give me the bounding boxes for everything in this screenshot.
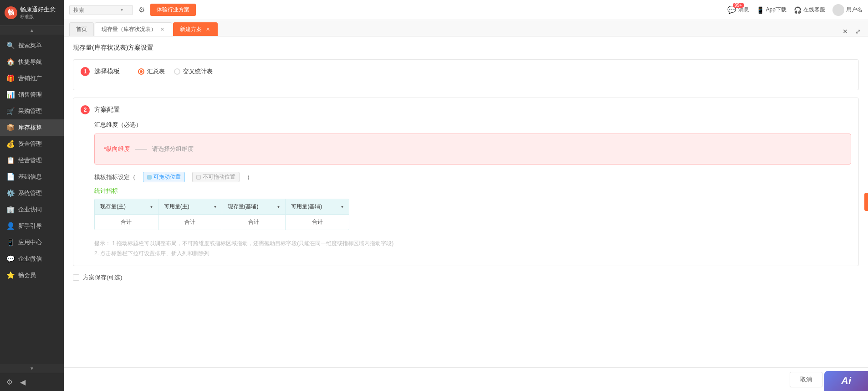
gift-icon: 🎁 [6,74,15,82]
stats-header-col-3[interactable]: 可用量(基辅) ▾ [286,199,349,214]
tab-close-new-scheme[interactable]: ✕ [204,26,211,33]
stats-cell-0-3: 合计 [286,215,349,230]
sidebar-item-operations[interactable]: 📋 经营管理 [0,152,64,169]
indicator-label-text: 模板指标设定（ [94,173,136,181]
sidebar-item-purchase[interactable]: 🛒 采购管理 [0,103,64,119]
radio-circle-summary [138,68,144,75]
messages-btn[interactable]: 💬 消息 99+ [727,5,749,14]
volume-icon[interactable]: ◀ [20,378,26,386]
sidebar-item-inventory[interactable]: 📦 库存核算 [0,119,64,136]
sidebar-item-label: 企业协同 [18,206,42,214]
stats-header-col-0[interactable]: 现存量(主) ▾ [95,199,158,214]
search-box[interactable]: ▾ [69,5,133,15]
dropdown-icon-1[interactable]: ▾ [214,204,216,209]
save-checkbox[interactable] [73,274,79,281]
radio-cross[interactable]: 交叉统计表 [174,67,213,76]
sidebar-item-label: 畅会员 [18,271,36,279]
online-service-btn[interactable]: 🎧 在线客服 [794,6,825,14]
building-icon: 🏢 [6,206,15,214]
drag-icon [147,175,152,180]
settings-btn[interactable]: ⚙ [137,4,147,16]
radio-label-summary: 汇总表 [147,67,165,76]
sidebar-item-label: 资金管理 [18,140,42,148]
trial-btn[interactable]: 体验行业方案 [150,4,196,16]
gear-icon: ⚙️ [6,189,15,197]
app-label: App下载 [766,6,786,14]
sidebar-item-label: 快捷导航 [18,58,42,66]
required-star: *纵向维度 [104,145,130,152]
sidebar-item-finance[interactable]: 💰 资金管理 [0,136,64,152]
scroll-down-arrow[interactable]: ▼ [29,365,35,372]
dimension-dash: —— [135,145,147,152]
expand-window-btn[interactable]: ⤢ [853,27,863,36]
dropdown-icon-3[interactable]: ▾ [341,204,343,209]
footer-bar: 取消 查询 [64,367,868,391]
section-2-title: 方案配置 [94,106,120,114]
user-icon: 👤 [6,222,15,230]
settings-icon[interactable]: ⚙ [6,378,13,386]
stats-header-col-1[interactable]: 可用量(主) ▾ [158,199,222,214]
top-bar-right: 💬 消息 99+ 📱 App下载 🎧 在线客服 用户名 [727,4,863,16]
tips-area: 提示： 1.拖动标题栏可以调整布局，不可跨维度或指标区域拖动，还需拖动目标字段(… [94,239,851,258]
logo-text: 畅康通好生意 标准版 [20,5,56,20]
username: 用户名 [846,6,863,14]
section-1-card: 1 选择模板 汇总表 交叉统计表 [73,59,859,90]
msg-badge: 99+ [733,3,744,8]
dimension-label: 汇总维度（必选） [94,121,851,129]
tab-new-scheme[interactable]: 新建方案 ✕ [173,22,218,36]
tab-bar: 首页 现存量（库存状况表） ✕ 新建方案 ✕ ✕ ⤢ [64,20,868,36]
sidebar-item-label: 新手引导 [18,222,42,230]
cancel-button[interactable]: 取消 [790,372,822,387]
close-window-btn[interactable]: ✕ [841,27,850,36]
tab-home[interactable]: 首页 [69,22,94,36]
cart-icon: 🛒 [6,107,15,115]
sidebar-item-member[interactable]: ⭐ 畅会员 [0,267,64,283]
sidebar-item-label: 系统管理 [18,189,42,197]
sidebar-item-quick-nav[interactable]: 🏠 快捷导航 [0,54,64,70]
sidebar-item-marketing[interactable]: 🎁 营销推广 [0,70,64,87]
top-bar: ▾ ⚙ 体验行业方案 💬 消息 99+ 📱 App下载 🎧 在线客服 用户名 [64,0,868,20]
sidebar-item-sales[interactable]: 📊 销售管理 [0,87,64,103]
money-icon: 💰 [6,140,15,148]
app-download-btn[interactable]: 📱 App下载 [756,6,786,14]
search-dropdown-icon[interactable]: ▾ [121,7,123,12]
save-label: 方案保存(可选) [83,273,123,282]
radio-summary[interactable]: 汇总表 [138,67,165,76]
sidebar-item-wechat[interactable]: 💬 企业微信 [0,251,64,267]
sidebar-item-app-center[interactable]: 📱 应用中心 [0,234,64,251]
user-menu[interactable]: 用户名 [832,4,863,16]
stats-data-row-0: 合计 合计 合计 合计 [95,214,349,230]
service-label: 在线客服 [803,6,825,14]
save-option[interactable]: 方案保存(可选) [73,273,859,282]
search-icon: 🔍 [6,41,15,50]
drag-label: 可拖动位置 [153,173,181,181]
mobile-download-icon: 📱 [756,6,764,14]
app-version: 标准版 [20,14,56,20]
box-icon: 📦 [6,123,15,132]
tab-label: 首页 [76,26,87,33]
sidebar-item-system[interactable]: ⚙️ 系统管理 [0,185,64,201]
star-icon: ⭐ [6,271,15,279]
scroll-up-arrow[interactable]: ▲ [29,27,35,34]
stats-cell-0-2: 合计 [222,215,286,230]
stats-header-col-2[interactable]: 现存量(基辅) ▾ [222,199,286,214]
no-drag-badge: 不可拖动位置 [192,172,240,182]
sidebar-item-label: 企业微信 [18,255,42,263]
stats-title: 统计指标 [94,187,851,195]
dropdown-icon-0[interactable]: ▾ [150,204,153,209]
search-input[interactable] [73,7,119,13]
right-scroll-handle[interactable] [864,193,868,211]
sidebar-item-search-menu[interactable]: 🔍 搜索菜单 [0,37,64,54]
template-radio-group: 汇总表 交叉统计表 [138,67,213,76]
ai-badge[interactable]: Ai [824,371,868,391]
sidebar-item-basic-info[interactable]: 📄 基础信息 [0,169,64,185]
chat-icon: 💬 [6,255,15,263]
sidebar-item-enterprise[interactable]: 🏢 企业协同 [0,201,64,218]
tab-inventory-status[interactable]: 现存量（库存状况表） ✕ [95,22,172,36]
headset-icon: 🎧 [794,6,802,14]
sidebar-item-newbie[interactable]: 👤 新手引导 [0,218,64,234]
sidebar-item-label: 应用中心 [18,238,42,247]
tab-close-inventory[interactable]: ✕ [159,26,165,33]
page-title: 现存量(库存状况表)方案设置 [73,44,859,52]
dropdown-icon-2[interactable]: ▾ [277,204,280,209]
